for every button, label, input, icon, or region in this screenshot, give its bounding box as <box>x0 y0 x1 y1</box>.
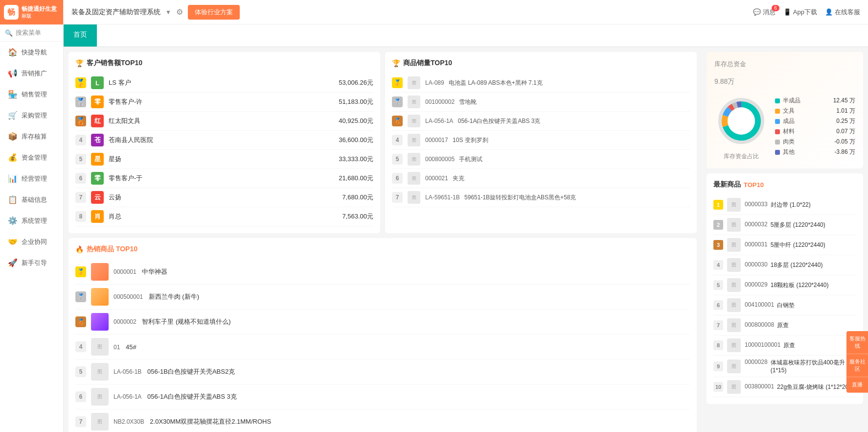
float-btn-客服热线[interactable]: 客服热线 <box>846 331 868 354</box>
new-products-top10: TOP10 <box>744 181 764 189</box>
hot-product-name: 45# <box>126 343 137 351</box>
rank-number: 4 <box>392 135 403 145</box>
sidebar-item-system[interactable]: ⚙️ 系统管理 <box>0 210 63 231</box>
hot-rank-number: 🥉 <box>75 316 86 327</box>
product-img-placeholder: 图 <box>408 153 420 166</box>
sidebar-nav: 🏠 快捷导航 📢 营销推广 🏪 销售管理 🛒 采购管理 📦 库存核算 💰 资金管… <box>0 42 63 432</box>
sidebar-item-purchase[interactable]: 🛒 采购管理 <box>0 105 63 126</box>
hot-product-info: LA-056-1A 056-1A白色按键开关盖ABS 3克 <box>114 392 237 401</box>
search-label: 搜索菜单 <box>16 28 41 37</box>
app-download-link[interactable]: 📱 App下载 <box>783 8 817 17</box>
sidebar-item-label: 营销推广 <box>22 69 47 78</box>
product-image <box>91 263 109 281</box>
sidebar-item-basics[interactable]: 📋 基础信息 <box>0 189 63 210</box>
new-product-info: 0000028 体城嘉枚味苏打饮品400毫升 (1*15) <box>745 359 856 374</box>
float-btn-直播[interactable]: 直播 <box>846 377 868 393</box>
new-product-img: 图 <box>727 278 741 292</box>
sidebar-item-inventory[interactable]: 📦 库存核算 <box>0 126 63 147</box>
new-product-info: 000800008 原查 <box>745 321 856 330</box>
tab-home[interactable]: 首页 <box>64 24 97 47</box>
rank-number: 🥈 <box>392 96 403 107</box>
hot-product-code: 000500001 <box>114 293 143 300</box>
gear-icon[interactable]: ⚙ <box>176 7 183 17</box>
new-product-item: 4 图 0000030 18多层 (1220*2440) <box>713 255 856 275</box>
new-product-rank: 8 <box>713 340 723 350</box>
hot-rank-number: 7 <box>75 416 86 427</box>
hot-products-list: 🥇 0000001 中华神器 🥈 000500001 新西兰牛肉 (新牛) 🥉 … <box>75 260 690 432</box>
dropdown-icon[interactable]: ▼ <box>165 9 171 16</box>
legend-label: 半成品 <box>783 96 830 105</box>
new-product-info: 0000032 5厘多层 (1220*2440) <box>745 221 856 229</box>
customer-name: 星扬 <box>109 155 334 164</box>
sidebar-logo: 畅 畅捷通好生意 标版 <box>0 0 63 24</box>
float-btn-服务社区[interactable]: 服务社区 <box>846 354 868 377</box>
product-rank-info: LA-59651-1B 59651-1B旋转投影灯电池盒ABS黑色+58克 <box>425 193 690 202</box>
sidebar-item-quicknav[interactable]: 🏠 快捷导航 <box>0 42 63 63</box>
trial-button[interactable]: 体验行业方案 <box>188 5 240 20</box>
hot-products-title: 🔥 热销商品 TOP10 <box>75 245 690 254</box>
online-service-link[interactable]: 👤 在线客服 <box>825 8 860 17</box>
customer-rank-item: 6 零 零售客户-于 21,680.00元 <box>75 169 373 188</box>
new-products-card: 最新商品 TOP10 1 图 0000033 封边带 (1.0*22) 2 图 … <box>707 173 863 404</box>
sidebar-item-guide[interactable]: 🚀 新手引导 <box>0 252 63 273</box>
legend-value: -3.86 万 <box>834 148 855 156</box>
finance-icon: 💰 <box>8 153 18 162</box>
hot-product-info: 01 45# <box>114 343 137 351</box>
product-rank-item: 🥉 图 LA-056-1A 056-1A白色按键开关盖ABS 3克 <box>392 112 690 131</box>
sidebar-item-label: 经营管理 <box>22 174 47 183</box>
product-img-placeholder: 图 <box>408 96 420 108</box>
legend-value: 1.01 万 <box>836 107 855 115</box>
sidebar-item-operations[interactable]: 📊 经营管理 <box>0 168 63 189</box>
new-product-name: 18颗粒板 (1220*2440) <box>771 281 829 289</box>
product-name: 10S 变刹罗刹 <box>453 137 488 144</box>
product-img-placeholder: 图 <box>408 172 420 185</box>
new-product-name: 5厘多层 (1220*2440) <box>771 221 825 229</box>
new-product-info: 0000031 5厘中纤 (1220*2440) <box>745 241 856 249</box>
system-name: 装备及固定资产辅助管理系统 <box>71 8 160 17</box>
main-area: 装备及固定资产辅助管理系统 ▼ ⚙ 体验行业方案 💬 消息 6 📱 App下载 … <box>64 0 868 432</box>
notification-bell[interactable]: 💬 消息 6 <box>753 8 776 17</box>
content-body: 🏆 客户销售额TOP10 🥇 L LS 客户 53,006.26元 🥈 零 零售… <box>64 47 868 432</box>
system-icon: ⚙️ <box>8 216 18 225</box>
customer-rank-item: 5 星 星扬 33,333.00元 <box>75 150 373 169</box>
hot-product-code: 01 <box>114 344 120 351</box>
new-product-code: 003800001 <box>745 383 774 391</box>
customer-rank-item: 8 肖 肖总 7,563.00元 <box>75 207 373 226</box>
product-rank-item: 🥇 图 LA-089 电池盖 LA-089 ABS本色+黑种 7.1克 <box>392 73 690 93</box>
sidebar-item-label: 库存核算 <box>22 132 47 141</box>
product-code: LA-056-1A <box>425 118 453 124</box>
new-product-name: 18多层 (1220*2440) <box>771 261 823 269</box>
hot-product-code: 0000002 <box>114 318 137 325</box>
legend-dot <box>775 119 780 124</box>
sidebar-item-enterprise[interactable]: 🤝 企业协同 <box>0 231 63 252</box>
product-code: 0000021 <box>425 175 448 182</box>
sidebar-item-finance[interactable]: 💰 资金管理 <box>0 147 63 168</box>
float-buttons: 客服热线服务社区直播 <box>846 331 868 393</box>
customer-rank-item: 7 云 云扬 7,680.00元 <box>75 188 373 207</box>
sidebar-item-marketing[interactable]: 📢 营销推广 <box>0 63 63 84</box>
new-product-item: 6 图 004100001 白钢垫 <box>713 295 856 315</box>
notification-badge: 6 <box>772 5 779 11</box>
rank-number: 🥈 <box>75 96 86 107</box>
legend-label: 文具 <box>783 107 833 115</box>
rank-number: 7 <box>392 192 403 203</box>
product-rank-info: 001000002 雪地靴 <box>425 98 690 106</box>
product-name: 雪地靴 <box>459 98 477 105</box>
rank-number: 🥇 <box>392 77 403 88</box>
app-download-label: App下载 <box>793 8 817 17</box>
new-product-info: 004100001 白钢垫 <box>745 301 856 310</box>
product-code: 000800005 <box>425 156 455 163</box>
legend-value: 12.45 万 <box>833 96 855 105</box>
customer-ranking-card: 🏆 客户销售额TOP10 🥇 L LS 客户 53,006.26元 🥈 零 零售… <box>69 52 380 233</box>
new-product-item: 3 图 0000031 5厘中纤 (1220*2440) <box>713 235 856 255</box>
sidebar-item-sales[interactable]: 🏪 销售管理 <box>0 84 63 105</box>
customer-avatar: 苍 <box>91 134 104 146</box>
customer-value: 51,183.00元 <box>339 97 373 106</box>
product-name: 手机测试 <box>459 156 482 163</box>
rank-number: 6 <box>75 173 86 184</box>
product-image-placeholder: 图 <box>91 363 109 381</box>
product-img-placeholder: 图 <box>408 76 420 89</box>
sidebar-search[interactable]: 🔍 搜索菜单 <box>0 24 63 42</box>
sidebar-item-label: 新手引导 <box>22 259 47 267</box>
service-icon: 👤 <box>825 8 833 16</box>
